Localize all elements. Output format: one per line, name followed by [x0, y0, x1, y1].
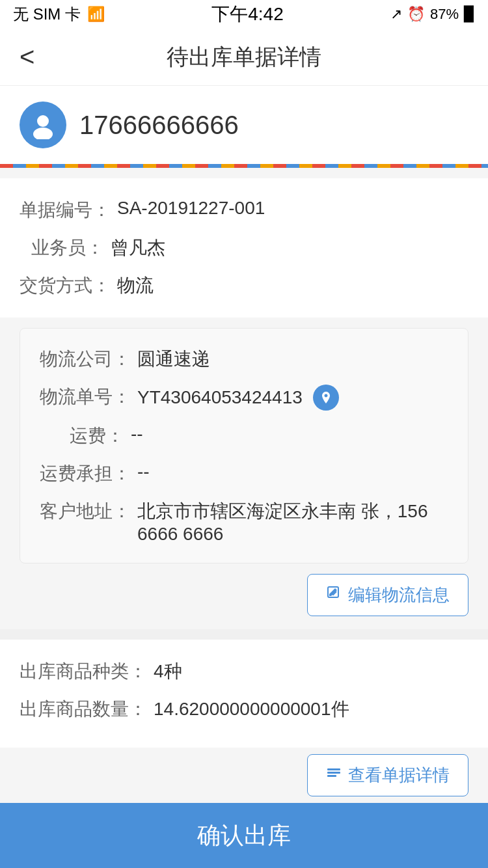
- delivery-row: 交货方式： 物流: [20, 273, 468, 298]
- location-icon: ↗: [390, 6, 402, 23]
- staff-label: 业务员：: [20, 236, 111, 260]
- svg-point-0: [37, 115, 49, 127]
- page-title: 待出库单据详情: [167, 42, 321, 72]
- document-number-value: SA-20191227-001: [117, 198, 468, 219]
- logistics-tracking-label: 物流单号：: [40, 385, 137, 409]
- staff-row: 业务员： 曾凡杰: [20, 236, 468, 260]
- edit-btn-container: 编辑物流信息: [0, 574, 488, 629]
- avatar: [20, 102, 66, 148]
- alarm-icon: ⏰: [407, 6, 425, 23]
- svg-rect-3: [327, 768, 340, 770]
- tracking-row: YT43064053424413: [137, 385, 339, 411]
- logistics-company-row: 物流公司： 圆通速递: [40, 347, 448, 372]
- logistics-card: 物流公司： 圆通速递 物流单号： YT43064053424413 运费： --…: [20, 328, 468, 563]
- goods-section: 出库商品种类： 4种 出库商品数量： 14.620000000000001件: [0, 640, 488, 748]
- edit-logistics-button[interactable]: 编辑物流信息: [307, 574, 468, 616]
- freight-bear-row: 运费承担： --: [40, 461, 448, 486]
- status-bar: 无 SIM 卡 📶 下午4:42 ↗ ⏰ 87% ▉: [0, 0, 488, 29]
- goods-types-row: 出库商品种类： 4种: [20, 659, 468, 684]
- goods-types-value: 4种: [154, 659, 182, 684]
- section-divider-1: [0, 629, 488, 640]
- document-number-row: 单据编号： SA-20191227-001: [20, 198, 468, 223]
- wifi-icon: 📶: [87, 6, 105, 23]
- freight-value: --: [131, 424, 448, 444]
- goods-quantity-label: 出库商品数量：: [20, 697, 154, 722]
- delivery-label: 交货方式：: [20, 273, 117, 298]
- view-detail-label: 查看单据详情: [348, 764, 450, 787]
- status-right: ↗ ⏰ 87% ▉: [390, 6, 475, 23]
- status-left: 无 SIM 卡 📶: [13, 4, 105, 25]
- logistics-tracking-row: 物流单号： YT43064053424413: [40, 385, 448, 411]
- freight-bear-label: 运费承担：: [40, 461, 137, 486]
- battery-icon: ▉: [464, 6, 475, 23]
- freight-label: 运费：: [40, 424, 131, 448]
- staff-value: 曾凡杰: [111, 236, 468, 260]
- document-info-section: 单据编号： SA-20191227-001 业务员： 曾凡杰 交货方式： 物流: [0, 178, 488, 318]
- document-number-label: 单据编号：: [20, 198, 117, 223]
- delivery-value: 物流: [117, 273, 468, 298]
- nav-bar: < 待出库单据详情: [0, 29, 488, 86]
- confirm-button[interactable]: 确认出库: [0, 803, 488, 868]
- svg-rect-5: [327, 775, 336, 777]
- goods-quantity-row: 出库商品数量： 14.620000000000001件: [20, 697, 468, 722]
- svg-point-1: [33, 128, 53, 139]
- customer-phone: 17666666666: [79, 111, 239, 140]
- edit-logistics-label: 编辑物流信息: [348, 584, 450, 606]
- view-detail-button[interactable]: 查看单据详情: [307, 754, 468, 796]
- svg-rect-4: [327, 772, 340, 774]
- logistics-tracking-value: YT43064053424413: [137, 387, 303, 408]
- logistics-company-label: 物流公司：: [40, 347, 137, 372]
- freight-row: 运费： --: [40, 424, 448, 448]
- confirm-label: 确认出库: [197, 820, 291, 852]
- logistics-company-value: 圆通速递: [137, 347, 448, 372]
- customer-header: 17666666666: [0, 86, 488, 164]
- detail-btn-container: 查看单据详情: [0, 748, 488, 809]
- detail-icon: [326, 765, 342, 785]
- edit-icon: [326, 585, 342, 605]
- battery-label: 87%: [430, 6, 459, 23]
- address-value: 北京市市辖区海淀区永丰南 张，156 6666 6666: [137, 499, 448, 545]
- tracking-location-icon[interactable]: [313, 385, 339, 411]
- back-button[interactable]: <: [20, 42, 34, 72]
- address-label: 客户地址：: [40, 499, 137, 524]
- goods-quantity-value: 14.620000000000001件: [154, 697, 349, 722]
- carrier-label: 无 SIM 卡: [13, 4, 81, 25]
- status-time: 下午4:42: [211, 2, 284, 27]
- goods-types-label: 出库商品种类：: [20, 659, 154, 684]
- dashed-separator: [0, 164, 488, 168]
- address-row: 客户地址： 北京市市辖区海淀区永丰南 张，156 6666 6666: [40, 499, 448, 545]
- freight-bear-value: --: [137, 461, 448, 482]
